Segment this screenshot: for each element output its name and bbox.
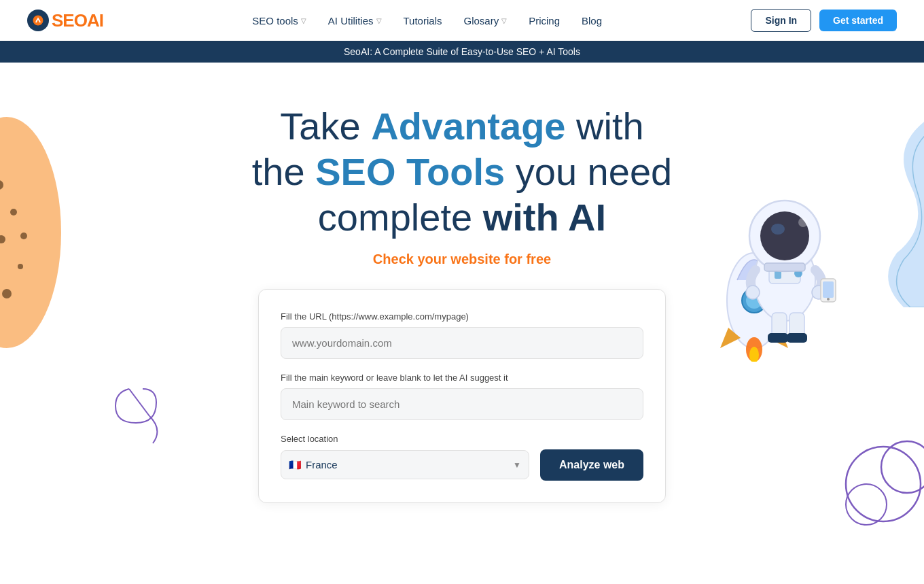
- navbar: SEOAI SEO tools ▽ AI Utilities ▽ Tutoria…: [0, 0, 924, 41]
- nav-actions: Sign In Get started: [751, 9, 897, 32]
- svg-point-4: [10, 209, 17, 216]
- svg-point-30: [771, 224, 785, 235]
- form-card: Fill the URL (https://www.example.com/my…: [258, 289, 666, 503]
- blob-left-decoration: [0, 103, 61, 362]
- hero-subtitle: Check your website for free: [373, 252, 551, 267]
- chevron-down-icon: ▽: [376, 17, 382, 24]
- logo-icon: [27, 10, 49, 31]
- svg-rect-34: [823, 281, 834, 298]
- hero-section: Take Advantage with the SEO Tools you ne…: [0, 63, 924, 579]
- svg-point-6: [18, 264, 23, 269]
- signin-button[interactable]: Sign In: [751, 9, 811, 32]
- svg-rect-25: [789, 313, 804, 337]
- svg-point-22: [746, 286, 760, 299]
- analyze-button[interactable]: Analyze web: [540, 449, 643, 481]
- nav-pricing[interactable]: Pricing: [529, 15, 560, 27]
- nav-seo-tools[interactable]: SEO tools ▽: [252, 15, 306, 27]
- location-row: 🇫🇷 France France United States United Ki…: [281, 449, 643, 481]
- svg-point-0: [33, 16, 43, 26]
- svg-rect-27: [787, 333, 807, 343]
- getstarted-button[interactable]: Get started: [819, 10, 897, 31]
- keyword-label: Fill the main keyword or leave blank to …: [281, 373, 643, 383]
- svg-point-31: [798, 218, 808, 227]
- location-select-wrapper: 🇫🇷 France France United States United Ki…: [281, 450, 529, 479]
- logo-text: SEOAI: [52, 10, 103, 31]
- logo[interactable]: SEOAI: [27, 10, 103, 31]
- doodle-circles-decoration: [829, 430, 924, 538]
- nav-links: SEO tools ▽ AI Utilities ▽ Tutorials Glo…: [252, 15, 602, 27]
- svg-rect-24: [772, 313, 787, 337]
- svg-rect-26: [768, 333, 788, 343]
- svg-point-8: [20, 233, 27, 239]
- nav-glosary[interactable]: Glosary ▽: [463, 15, 507, 27]
- svg-point-35: [827, 298, 830, 300]
- svg-rect-32: [764, 263, 805, 271]
- hero-title: Take Advantage with the SEO Tools you ne…: [252, 103, 672, 241]
- chevron-down-icon: ▽: [501, 17, 507, 24]
- svg-point-1: [37, 18, 39, 19]
- location-select[interactable]: France United States United Kingdom Germ…: [281, 450, 529, 479]
- url-input[interactable]: [281, 327, 643, 359]
- nav-tutorials[interactable]: Tutorials: [404, 15, 442, 27]
- doodle-spiral-decoration: [95, 375, 163, 457]
- nav-ai-utilities[interactable]: AI Utilities ▽: [328, 15, 382, 27]
- url-label: Fill the URL (https://www.example.com/my…: [281, 311, 643, 322]
- announcement-bar: SeoAI: A Complete Suite of Easy-to-Use S…: [0, 41, 924, 63]
- svg-point-7: [2, 289, 12, 298]
- nav-blog[interactable]: Blog: [582, 15, 602, 27]
- keyword-input[interactable]: [281, 388, 643, 420]
- chevron-down-icon: ▽: [301, 17, 306, 24]
- astronaut-illustration: [679, 90, 883, 348]
- location-label: Select location: [281, 434, 643, 444]
- svg-point-11: [881, 441, 924, 493]
- svg-point-2: [0, 117, 61, 348]
